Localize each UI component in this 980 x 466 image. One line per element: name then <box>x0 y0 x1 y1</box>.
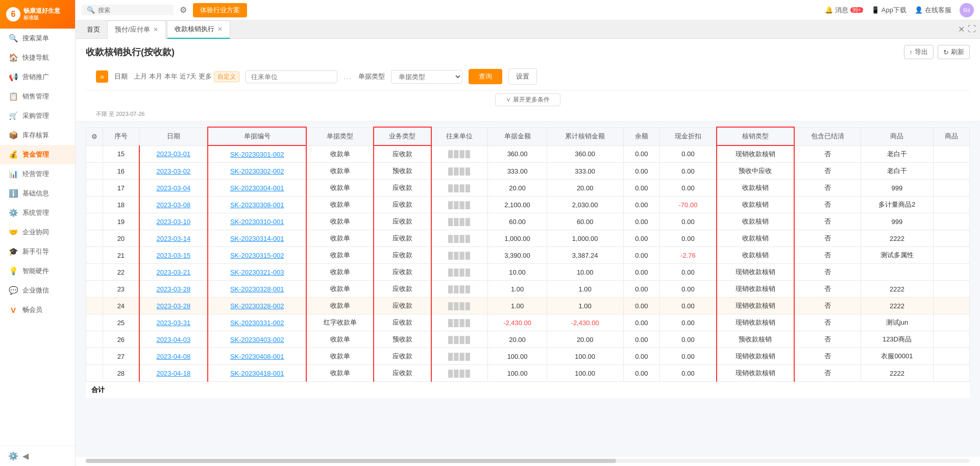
sidebar-item-corp[interactable]: 🤝 企业协同 <box>0 223 75 242</box>
table-cell[interactable]: 2023-03-02 <box>139 163 208 180</box>
filter-date-custom[interactable]: 自定义 <box>214 71 239 82</box>
doc-no-link[interactable]: 2023-03-08 <box>157 201 191 209</box>
col-header-goods2: 商品 <box>933 127 969 145</box>
sidebar-item-finance[interactable]: 💰 资金管理 <box>0 145 75 164</box>
sidebar-bottom: ⚙️ ◀ <box>0 446 75 466</box>
table-cell[interactable]: 2023-04-08 <box>139 348 208 365</box>
customer-filter-input[interactable] <box>246 70 337 83</box>
tab-prepay[interactable]: 预付/应付单 ✕ <box>107 20 166 39</box>
topbar-search-input[interactable] <box>98 7 159 14</box>
filter-date-this-year[interactable]: 本年 <box>164 72 178 81</box>
collapse-icon[interactable]: ◀ <box>22 451 29 461</box>
app-download-button[interactable]: 📱 App下载 <box>871 6 906 15</box>
doc-no-link[interactable]: 2023-03-28 <box>157 302 191 310</box>
sidebar-item-quick[interactable]: 🏠 快捷导航 <box>0 48 75 67</box>
col-header-settings[interactable]: ⚙ <box>86 127 103 145</box>
sidebar-item-inventory[interactable]: 📦 库存核算 <box>0 126 75 145</box>
table-row[interactable]: 222023-03-21SK-20230321-003收款单应收款████10.… <box>86 264 970 281</box>
table-cell[interactable]: 2023-03-14 <box>139 230 208 247</box>
table-row[interactable]: 282023-04-18SK-20230418-001收款单应收款████100… <box>86 365 970 382</box>
topbar-search-box[interactable]: 🔍 <box>82 5 174 15</box>
doc-no-link[interactable]: 2023-04-18 <box>157 370 191 377</box>
settings-bottom-icon[interactable]: ⚙️ <box>8 451 18 461</box>
filter-date-more[interactable]: 更多 <box>199 72 212 81</box>
sidebar-item-search[interactable]: 🔍 搜索菜单 <box>0 29 75 48</box>
table-cell[interactable]: 2023-03-08 <box>139 197 208 213</box>
filter-settings-button[interactable]: 设置 <box>508 68 537 85</box>
sidebar-item-sales[interactable]: 📋 销售管理 <box>0 87 75 106</box>
online-service-button[interactable]: 👤 在线客服 <box>915 6 951 15</box>
export-button[interactable]: ↑ 导出 <box>904 45 934 59</box>
tab-collect[interactable]: 收款核销执行 ✕ <box>167 20 230 39</box>
doc-no-link[interactable]: 2023-04-03 <box>157 336 191 344</box>
expand-more-button[interactable]: ∨ 展开更多条件 <box>495 93 560 106</box>
table-wrapper[interactable]: ⚙ 序号 日期 单据编号 单据类型 业务类型 往来单位 单据金额 累计核销金额 … <box>76 121 980 457</box>
table-cell[interactable]: 2023-04-18 <box>139 365 208 382</box>
sidebar-item-guide[interactable]: 🎓 新手引导 <box>0 242 75 261</box>
table-row[interactable]: 202023-03-14SK-20230314-001收款单应收款████1,0… <box>86 230 970 247</box>
tab-collect-close[interactable]: ✕ <box>217 26 223 33</box>
table-row[interactable]: 212023-03-15SK-20230315-002收款单应收款████3,3… <box>86 247 970 264</box>
doc-no-link[interactable]: 2023-03-14 <box>157 235 191 242</box>
tab-home[interactable]: 首页 <box>80 22 107 37</box>
table-row[interactable]: 242023-03-28SK-20230328-002收款单应收款████1.0… <box>86 298 970 314</box>
tab-expand-icon[interactable]: ⛶ <box>968 24 976 34</box>
industry-solution-button[interactable]: 体验行业方案 <box>193 3 247 17</box>
table-scroll-bar[interactable] <box>76 457 980 466</box>
table-cell[interactable]: 2023-03-28 <box>139 298 208 314</box>
messages-button[interactable]: 🔔 消息 99+ <box>825 6 863 15</box>
doc-no-link[interactable]: 2023-03-28 <box>157 285 191 293</box>
table-cell[interactable]: 2023-03-31 <box>139 314 208 331</box>
table-row[interactable]: 252023-03-31SK-20230331-002红字收款单应收款████-… <box>86 314 970 331</box>
doc-no-link[interactable]: 2023-03-04 <box>157 184 191 192</box>
table-cell: 收款核销 <box>717 247 794 264</box>
doc-no-link[interactable]: 2023-03-15 <box>157 252 191 259</box>
sidebar-item-purchase[interactable]: 🛒 采购管理 <box>0 106 75 126</box>
table-cell[interactable]: 2023-03-10 <box>139 213 208 230</box>
refresh-button[interactable]: ↻ 刷新 <box>938 45 970 59</box>
logo-text: 畅康道好生意 <box>23 7 60 14</box>
doc-type-select[interactable]: 单据类型 <box>391 70 462 84</box>
filter-date-7days[interactable]: 近7天 <box>180 72 197 81</box>
table-cell[interactable]: 2023-03-21 <box>139 264 208 281</box>
table-row[interactable]: 192023-03-10SK-20230310-001收款单应收款████60.… <box>86 213 970 230</box>
table-cell[interactable]: 2023-03-28 <box>139 281 208 298</box>
sidebar-item-operation[interactable]: 📊 经营管理 <box>0 164 75 184</box>
query-button[interactable]: 查询 <box>469 69 502 84</box>
sidebar-item-marketing[interactable]: 📢 营销推广 <box>0 67 75 87</box>
page-content: 收款核销执行(按收款) ↑ 导出 ↻ 刷新 » 日期 上月 <box>76 39 980 466</box>
tab-close-all-icon[interactable]: ✕ <box>958 24 965 34</box>
sidebar-item-system[interactable]: ⚙️ 系统管理 <box>0 203 75 223</box>
doc-no-link[interactable]: 2023-03-31 <box>157 319 191 327</box>
table-cell[interactable]: 2023-03-04 <box>139 180 208 197</box>
topbar-gear-icon[interactable]: ⚙ <box>180 5 187 15</box>
doc-no-link[interactable]: 2023-03-10 <box>157 218 191 226</box>
table-row[interactable]: 232023-03-28SK-20230328-001收款单应收款████1.0… <box>86 281 970 298</box>
table-cell: -70.00 <box>660 197 717 213</box>
sidebar-item-member[interactable]: V 畅会员 <box>0 300 75 320</box>
doc-no-link[interactable]: 2023-04-08 <box>157 353 191 360</box>
tab-prepay-close[interactable]: ✕ <box>153 26 158 33</box>
table-row[interactable]: 172023-03-04SK-20230304-001收款单应收款████20.… <box>86 180 970 197</box>
table-row[interactable]: 272023-04-08SK-20230408-001收款单应收款████100… <box>86 348 970 365</box>
sidebar-item-basic[interactable]: ℹ️ 基础信息 <box>0 184 75 203</box>
doc-no-link[interactable]: 2023-03-02 <box>157 167 191 175</box>
logo-icon: 6 <box>6 7 20 21</box>
table-cell[interactable]: 2023-04-03 <box>139 331 208 348</box>
table-row[interactable]: 162023-03-02SK-20230302-002收款单预收款████333… <box>86 163 970 180</box>
filter-expand-button[interactable]: » <box>96 70 108 83</box>
filter-date-prev-month[interactable]: 上月 <box>134 72 147 81</box>
table-cell[interactable]: 2023-03-01 <box>139 145 208 163</box>
filter-date-this-month[interactable]: 本月 <box>149 72 162 81</box>
table-row[interactable]: 152023-03-01SK-20230301-002收款单应收款████360… <box>86 145 970 163</box>
table-row[interactable]: 182023-03-08SK-20230308-001收款单应收款████2,1… <box>86 197 970 213</box>
table-cell: 现销收款核销 <box>717 281 794 298</box>
table-cell[interactable]: 2023-03-15 <box>139 247 208 264</box>
sidebar-item-hardware[interactable]: 💡 智能硬件 <box>0 261 75 281</box>
user-avatar[interactable]: Rit <box>960 3 974 17</box>
sidebar-item-wechat[interactable]: 💬 企业微信 <box>0 281 75 300</box>
doc-no-link[interactable]: 2023-03-01 <box>157 150 191 158</box>
table-row[interactable]: 262023-04-03SK-20230403-002收款单预收款████20.… <box>86 331 970 348</box>
table-cell: 999 <box>861 213 933 230</box>
doc-no-link[interactable]: 2023-03-21 <box>157 268 191 276</box>
